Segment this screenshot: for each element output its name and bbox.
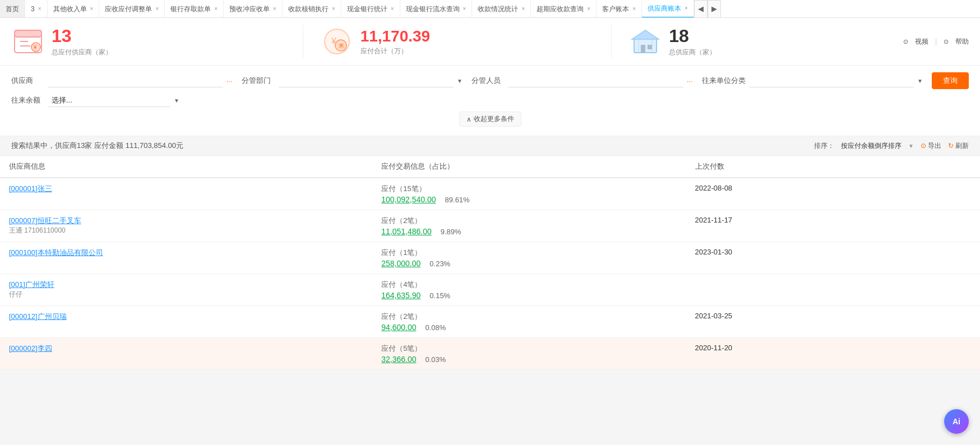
summary-card-total-payable: ¥ 米 11,170.39 应付合计（万）: [320, 25, 595, 58]
close-icon[interactable]: ×: [273, 0, 276, 18]
collapse-label: 收起更多条件: [474, 114, 514, 124]
dept-input[interactable]: [279, 74, 454, 87]
chevron-up-icon: ∧: [466, 115, 471, 123]
sort-dropdown-arrow[interactable]: ▼: [908, 143, 914, 149]
close-icon[interactable]: ×: [685, 0, 688, 17]
nav-prev-arrow[interactable]: ◀: [694, 0, 708, 18]
dept-dropdown-arrow[interactable]: ▼: [457, 78, 463, 84]
supplier-filter-label: 供应商: [11, 76, 45, 86]
payable-suppliers-number: 13: [52, 26, 112, 47]
tx-amount[interactable]: 32,366.00: [381, 355, 416, 364]
nav-cash-bank-stat-label: 现金银行统计: [347, 0, 387, 18]
video-link[interactable]: 视频: [915, 37, 928, 47]
close-icon[interactable]: ×: [391, 0, 394, 18]
close-icon[interactable]: ×: [90, 0, 94, 18]
balance-dropdown-arrow[interactable]: ▼: [174, 98, 179, 104]
nav-bank[interactable]: 银行存取款单 ×: [165, 0, 224, 18]
tx-summary: 应付（4笔）: [381, 280, 677, 290]
tx-amount-row: 32,366.000.03%: [381, 355, 677, 364]
nav-home[interactable]: 首页: [0, 0, 25, 18]
question-icon: ⊙: [944, 38, 949, 45]
nav-supplier-ledger[interactable]: 供应商账本 ×: [642, 0, 694, 18]
export-button[interactable]: ⊙ 导出: [921, 141, 941, 151]
summary-header: ¥ 13 总应付供应商（家） ¥ 米 11,170.39 应付合计（万）: [0, 18, 980, 66]
supplier-link[interactable]: [000012]广州贝瑞: [9, 312, 67, 321]
person-dots-button[interactable]: ···: [687, 77, 693, 85]
table-row: [000007]恒旺二手叉车王通 17106110000应付（2笔）11,051…: [0, 210, 980, 242]
collapse-button[interactable]: ∧ 收起更多条件: [459, 112, 521, 127]
nav-adjust[interactable]: 应收应付调整单 ×: [99, 0, 165, 18]
help-link[interactable]: 帮助: [955, 37, 969, 47]
tx-label: 应付: [381, 312, 396, 321]
supplier-link[interactable]: [000001]张三: [9, 184, 52, 193]
person-input[interactable]: [509, 74, 683, 87]
export-label: 导出: [928, 141, 941, 151]
close-icon[interactable]: ×: [587, 0, 590, 18]
tx-amount[interactable]: 164,635.90: [381, 291, 420, 300]
last-payment-cell: 2021-11-17: [686, 210, 980, 242]
tx-amount[interactable]: 11,051,486.00: [381, 227, 432, 236]
col-header-last-payment: 上次付数: [686, 156, 980, 178]
tx-summary: 应付（1笔）: [381, 248, 677, 258]
tx-amount[interactable]: 258,000.00: [381, 259, 420, 268]
close-icon[interactable]: ×: [632, 0, 636, 18]
nav-other-income[interactable]: 其他收入单 ×: [48, 0, 100, 18]
person-filter-label: 分管人员: [471, 76, 505, 86]
payable-suppliers-label: 总应付供应商（家）: [52, 48, 112, 57]
close-icon[interactable]: ×: [332, 0, 335, 18]
nav-3[interactable]: 3 ×: [25, 0, 48, 18]
svg-marker-11: [632, 30, 659, 39]
query-button[interactable]: 查询: [932, 72, 969, 89]
nav-cash-bank-stat[interactable]: 现金银行统计 ×: [341, 0, 400, 18]
transaction-cell: 应付（15笔）100,092,540.0089.61%: [372, 178, 686, 210]
nav-next-arrow[interactable]: ▶: [708, 0, 721, 18]
nav-customer-ledger-label: 客户账本: [602, 0, 629, 18]
tx-amount-row: 164,635.900.15%: [381, 291, 677, 300]
last-payment-cell: [686, 274, 980, 306]
transaction-cell: 应付（2笔）94,600.000.08%: [372, 306, 686, 338]
tx-percent: 89.61%: [445, 196, 470, 204]
col-transaction-label: 应付交易信息（占比）: [381, 162, 454, 170]
tx-summary: 应付（2笔）: [381, 216, 677, 226]
category-input[interactable]: [749, 74, 914, 87]
svg-rect-1: [15, 30, 41, 37]
balance-select[interactable]: 选择...: [48, 94, 170, 107]
tx-amount[interactable]: 94,600.00: [381, 323, 416, 332]
tx-percent: 0.15%: [429, 291, 450, 300]
nav-cash-flow[interactable]: 现金银行流水查询 ×: [400, 0, 473, 18]
category-dropdown-arrow[interactable]: ▼: [917, 78, 923, 84]
nav-advance[interactable]: 预收冲应收单 ×: [224, 0, 283, 18]
close-icon[interactable]: ×: [214, 0, 218, 18]
supplier-input[interactable]: [48, 74, 223, 87]
sort-dropdown[interactable]: 按应付余额倒序排序: [841, 141, 902, 151]
tx-amount[interactable]: 100,092,540.00: [381, 195, 436, 204]
supplier-link[interactable]: [000100]本特勤油品有限公司: [9, 248, 103, 257]
nav-collection-stat[interactable]: 收款情况统计 ×: [472, 0, 531, 18]
tx-label: 应付: [381, 248, 396, 257]
nav-collection[interactable]: 收款核销执行 ×: [283, 0, 341, 18]
table-row: [000002]李四应付（5笔）32,366.000.03%2020-11-20: [0, 338, 980, 370]
close-icon[interactable]: ×: [155, 0, 159, 18]
nav-customer-ledger[interactable]: 客户账本 ×: [597, 0, 642, 18]
supplier-link[interactable]: [001]广州荣轩: [9, 280, 54, 289]
close-icon[interactable]: ×: [38, 0, 41, 18]
supplier-dots-button[interactable]: ···: [226, 77, 233, 85]
last-payment-cell: 2020-11-20: [686, 338, 980, 370]
filter-area: 供应商 ··· 分管部门 ▼ 分管人员 ··· 往来单位分类 ▼ 查询 往来余额…: [0, 66, 980, 136]
divider-2: [611, 25, 612, 58]
nav-collection-label: 收款核销执行: [288, 0, 329, 18]
category-filter-label: 往来单位分类: [702, 76, 746, 86]
nav-overdue[interactable]: 超期应收款查询 ×: [531, 0, 597, 18]
supplier-link[interactable]: [000007]恒旺二手叉车: [9, 216, 81, 225]
supplier-link[interactable]: [000002]李四: [9, 344, 52, 353]
last-payment-cell: 2022-08-08: [686, 178, 980, 210]
nav-other-income-label: 其他收入单: [53, 0, 87, 18]
refresh-button[interactable]: ↻ 刷新: [948, 141, 969, 151]
close-icon[interactable]: ×: [521, 0, 525, 18]
tx-amount-row: 100,092,540.0089.61%: [381, 195, 677, 204]
close-icon[interactable]: ×: [463, 0, 466, 18]
filter-dept: 分管部门 ▼: [242, 74, 463, 87]
header-actions: ⊙ 视频 | ⊙ 帮助: [903, 37, 969, 47]
tx-percent: 9.89%: [441, 228, 461, 236]
separator: |: [935, 38, 937, 45]
